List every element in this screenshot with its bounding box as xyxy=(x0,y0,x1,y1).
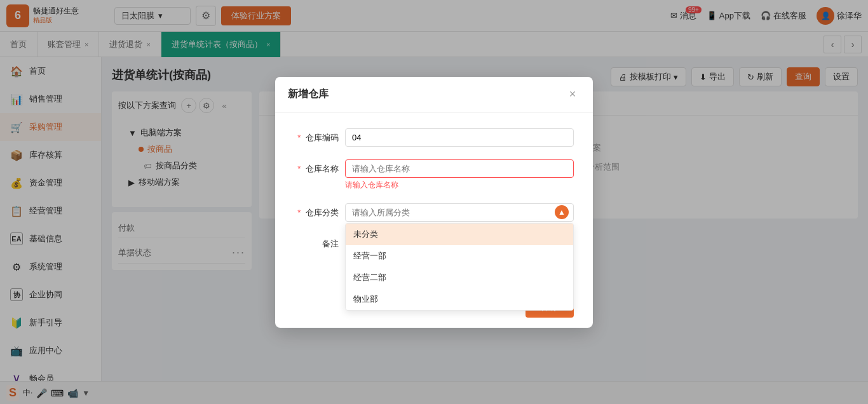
warehouse-category-label: * 仓库分类 xyxy=(294,203,345,219)
dropdown-item-property[interactable]: 物业部 xyxy=(346,288,573,310)
modal-close-button[interactable]: × xyxy=(565,87,580,102)
remark-label: 备注 xyxy=(294,234,345,250)
warehouse-name-input[interactable] xyxy=(345,159,574,178)
warehouse-name-group: * 仓库名称 请输入仓库名称 xyxy=(294,159,574,191)
modal-header: 新增仓库 × xyxy=(275,77,593,113)
warehouse-name-field: 请输入仓库名称 xyxy=(345,159,574,191)
warehouse-code-input[interactable] xyxy=(345,128,574,147)
required-star3: * xyxy=(297,208,301,217)
warehouse-category-group: * 仓库分类 ▲ 未分类 经营一部 经营二部 物业部 xyxy=(294,203,574,222)
modal-overlay: 新增仓库 × * 仓库编码 * 仓库名称 xyxy=(0,0,868,404)
dropdown-item-unclassified[interactable]: 未分类 xyxy=(346,224,573,245)
category-select-wrapper: ▲ xyxy=(345,203,574,222)
category-input[interactable] xyxy=(345,203,574,222)
category-dropdown-toggle[interactable]: ▲ xyxy=(555,205,569,219)
warehouse-name-label: * 仓库名称 xyxy=(294,159,345,175)
dropdown-item-dept2[interactable]: 经营二部 xyxy=(346,267,573,288)
dropdown-item-dept1[interactable]: 经营一部 xyxy=(346,245,573,267)
warehouse-name-error: 请输入仓库名称 xyxy=(345,180,574,191)
warehouse-code-group: * 仓库编码 xyxy=(294,128,574,147)
category-dropdown: 未分类 经营一部 经营二部 物业部 xyxy=(345,223,574,311)
required-star2: * xyxy=(297,164,301,173)
warehouse-category-field: ▲ 未分类 经营一部 经营二部 物业部 xyxy=(345,203,574,222)
modal-body: * 仓库编码 * 仓库名称 请输入仓库名称 xyxy=(275,113,593,274)
required-star: * xyxy=(297,133,301,142)
warehouse-code-field xyxy=(345,128,574,147)
modal-title: 新增仓库 xyxy=(288,88,329,101)
warehouse-code-label: * 仓库编码 xyxy=(294,128,345,144)
modal-warehouse: 新增仓库 × * 仓库编码 * 仓库名称 xyxy=(275,77,593,328)
